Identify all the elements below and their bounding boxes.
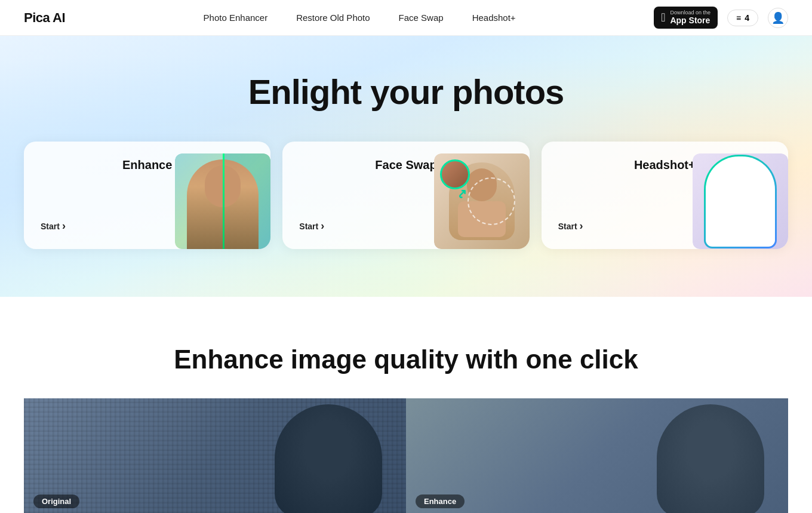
nav-link-headshot-plus[interactable]: Headshot+ [472,13,516,23]
enhanced-half: Enhance [406,398,788,513]
enhanced-head-silhouette [657,404,764,513]
credits-button[interactable]: ≡ 4 [727,10,758,26]
original-half: Original [24,398,406,513]
enhance-preview [175,153,270,249]
enhance-card[interactable]: Enhance Start [24,142,270,249]
nav-links: Photo Enhancer Restore Old Photo Face Sw… [204,13,516,23]
nav-link-photo-enhancer[interactable]: Photo Enhancer [204,13,268,23]
navigation: Pica AI Photo Enhancer Restore Old Photo… [0,0,812,36]
hero-section: Enlight your photos Enhance Start Face S… [0,36,812,297]
download-on-label: Download on the [670,10,710,16]
face-swap-card-image: ↩ [434,153,530,249]
logo[interactable]: Pica AI [24,10,65,26]
headshot-preview [693,153,788,249]
headshot-gradient-border [704,155,777,248]
headshot-card-image [693,153,788,249]
enhance-section: Enhance image quality with one click Ori… [0,297,812,513]
original-head-silhouette [275,404,382,513]
original-label: Original [33,494,79,508]
headshot-card[interactable]: Headshot+ Start [542,142,788,249]
apple-icon:  [661,11,665,24]
enhance-divider-line [223,153,224,249]
face-swap-start-button[interactable]: Start [299,220,324,232]
enhance-start-button[interactable]: Start [41,220,66,232]
faceswap-source-face [440,159,470,189]
user-icon: 👤 [771,11,785,24]
headshot-person-container [708,158,773,245]
compare-row: Original Enhance [24,398,788,513]
face-swap-preview: ↩ [434,153,530,249]
enhanced-label: Enhance [416,494,465,508]
headshot-start-button[interactable]: Start [558,220,583,232]
credits-count: 4 [745,13,749,23]
faceswap-target-circle [467,177,515,225]
user-account-button[interactable]: 👤 [768,8,788,28]
enhance-card-image [175,153,270,249]
face-swap-card[interactable]: Face Swap Start ↩ [282,142,529,249]
hero-title: Enlight your photos [24,72,788,112]
store-text: Download on the App Store [670,10,710,25]
app-store-label: App Store [670,16,710,25]
nav-link-restore-old-photo[interactable]: Restore Old Photo [296,13,370,23]
feature-cards: Enhance Start Face Swap Start [24,142,788,249]
nav-right:  Download on the App Store ≡ 4 👤 [654,7,788,29]
enhance-section-title: Enhance image quality with one click [24,345,788,374]
app-store-button[interactable]:  Download on the App Store [654,7,718,29]
credits-icon: ≡ [736,13,741,23]
nav-link-face-swap[interactable]: Face Swap [399,13,444,23]
